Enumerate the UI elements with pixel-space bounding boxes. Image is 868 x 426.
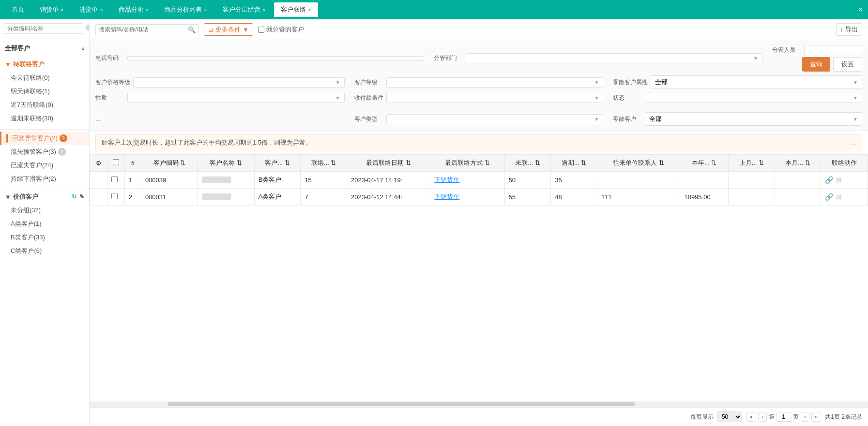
my-customers-checkbox[interactable] bbox=[258, 27, 264, 33]
td-index-2: 2 bbox=[125, 189, 141, 206]
select-all-checkbox[interactable] bbox=[113, 159, 119, 165]
th-last-month[interactable]: 上月... ⇅ bbox=[729, 155, 775, 172]
sidebar-value-customers-header[interactable]: ▼ 价值客户 ↻ ✎ bbox=[0, 190, 89, 204]
link-action-icon-1[interactable]: 🔗 bbox=[825, 176, 833, 184]
nav-tab-product-list-close[interactable]: × bbox=[204, 7, 207, 13]
sidebar-item-overdue[interactable]: 逾期未联络(30) bbox=[0, 112, 89, 125]
sidebar-item-abnormal-repurchase[interactable]: 回购异常客户(2) ? bbox=[0, 132, 89, 145]
value-customers-recalc-icon[interactable]: ↻ bbox=[72, 193, 76, 200]
td-name-1 bbox=[198, 172, 254, 189]
grid-action-icon-1[interactable]: ⊞ bbox=[836, 176, 842, 184]
sidebar-item-7days[interactable]: 近7天待联络(0) bbox=[0, 98, 89, 112]
th-checkbox[interactable] bbox=[107, 155, 125, 172]
sidebar-item-c-class[interactable]: C类客户(6) bbox=[0, 244, 89, 258]
retail-customer-select[interactable]: 全部 ▼ bbox=[645, 112, 862, 126]
nav-tab-customer-segment[interactable]: 客户分层经营 × bbox=[216, 2, 272, 17]
payment-select[interactable]: ▼ bbox=[386, 93, 604, 103]
th-setting[interactable]: ⚙ bbox=[90, 155, 107, 172]
th-code[interactable]: 客户编码 ⇅ bbox=[141, 155, 198, 172]
th-overdue[interactable]: 逾期... ⇅ bbox=[551, 155, 597, 172]
sidebar-item-unclassified[interactable]: 未分组(32) bbox=[0, 204, 89, 217]
sidebar-item-continuous-down[interactable]: 持续下滑客户(2) bbox=[0, 172, 89, 186]
current-page-input[interactable] bbox=[777, 412, 791, 422]
th-last-contact-method[interactable]: 最后联络方式 ⇅ bbox=[430, 155, 504, 172]
filter-phone-row: 电话号码 bbox=[95, 45, 424, 72]
setting-btn[interactable]: 设置 bbox=[833, 57, 862, 72]
retail-attr-select[interactable]: 全部 ▼ bbox=[651, 75, 862, 89]
nav-tab-product-list[interactable]: 商品分析列表 × bbox=[157, 2, 213, 17]
page-size-select[interactable]: 50 20 100 bbox=[717, 411, 742, 422]
sidebar-search-input[interactable] bbox=[4, 23, 83, 34]
td-uncontacted-2: 55 bbox=[504, 189, 551, 206]
sidebar-search-icon[interactable]: 🔍 bbox=[85, 25, 90, 32]
sidebar-all-customers-header[interactable]: 全部客户 « bbox=[0, 41, 89, 56]
row-checkbox-1[interactable] bbox=[111, 176, 118, 182]
sidebar-item-b-class[interactable]: B类客户(33) bbox=[0, 231, 89, 244]
lost-prediction-help-icon[interactable]: ? bbox=[58, 148, 66, 156]
branch-dept-select[interactable]: ▼ bbox=[466, 53, 762, 63]
grid-action-icon-2[interactable]: ⊞ bbox=[836, 193, 842, 201]
sidebar-item-a-class[interactable]: A类客户(1) bbox=[0, 217, 89, 231]
nav-tab-product-analysis-close[interactable]: × bbox=[146, 7, 149, 13]
th-last-contact-date[interactable]: 最后联络日期 ⇅ bbox=[347, 155, 430, 172]
search-icon[interactable]: 🔍 bbox=[188, 26, 196, 33]
nav-tab-customer-segment-close[interactable]: × bbox=[262, 7, 265, 13]
abnormal-repurchase-help-icon[interactable]: ? bbox=[60, 134, 67, 142]
nav-tab-home[interactable]: 首页 bbox=[5, 2, 31, 17]
row-checkbox-2[interactable] bbox=[111, 193, 118, 199]
sidebar-pending-contact-title[interactable]: ▼ 待联络客户 bbox=[0, 58, 89, 71]
th-contacts[interactable]: 往来单位联系人 ⇅ bbox=[597, 155, 680, 172]
sidebar-item-already-lost[interactable]: 已流失客户(24) bbox=[0, 159, 89, 172]
phone-label: 电话号码 bbox=[95, 54, 124, 62]
search-input[interactable] bbox=[99, 26, 186, 33]
content-area: 🔍 ⊿ 更多条件 ▼ 我分管的客户 ↑ 导出 电话号码 bbox=[90, 19, 868, 426]
nav-tab-sales[interactable]: 销货单 × bbox=[33, 2, 70, 17]
page-label-post: 页 bbox=[793, 413, 799, 421]
th-contact-count[interactable]: 联络... ⇅ bbox=[301, 155, 347, 172]
next-page-btn[interactable]: › bbox=[801, 412, 809, 422]
first-page-btn[interactable]: « bbox=[746, 412, 756, 422]
th-level[interactable]: 客户... ⇅ bbox=[254, 155, 301, 172]
prev-page-btn[interactable]: ‹ bbox=[758, 412, 767, 422]
td-last-month-2 bbox=[729, 189, 775, 206]
filter-status-row: 状态 ▼ bbox=[613, 93, 862, 103]
nav-tab-purchase[interactable]: 进货单 × bbox=[72, 2, 109, 17]
last-page-btn[interactable]: » bbox=[811, 412, 822, 422]
th-this-month[interactable]: 本月... ⇅ bbox=[775, 155, 821, 172]
td-actions-1: 🔗 ⊞ bbox=[821, 172, 868, 189]
phone-select[interactable] bbox=[127, 56, 424, 61]
sidebar-collapse-icon: « bbox=[81, 45, 84, 51]
query-btn[interactable]: 查询 bbox=[802, 57, 830, 72]
gender-select[interactable]: ▼ bbox=[127, 93, 345, 103]
value-customers-edit-icon[interactable]: ✎ bbox=[79, 193, 84, 200]
td-checkbox-2[interactable] bbox=[107, 189, 125, 206]
customer-type-select[interactable]: ▼ bbox=[386, 114, 604, 124]
customer-level-select[interactable]: ▼ bbox=[386, 77, 604, 88]
more-conditions-btn[interactable]: ⊿ 更多条件 ▼ bbox=[204, 23, 253, 36]
nav-tab-customer-contact-close[interactable]: × bbox=[308, 7, 311, 13]
tooltip-more-btn[interactable]: ... bbox=[851, 139, 856, 147]
branch-person-select[interactable]: ··· bbox=[804, 45, 862, 55]
window-close-btn[interactable]: × bbox=[858, 5, 863, 15]
th-name[interactable]: 客户名称 ⇅ bbox=[198, 155, 254, 172]
th-this-year[interactable]: 本年... ⇅ bbox=[680, 155, 729, 172]
td-checkbox-1[interactable] bbox=[107, 172, 125, 189]
nav-tab-purchase-close[interactable]: × bbox=[100, 7, 103, 13]
price-level-select[interactable]: ▼ bbox=[133, 77, 345, 88]
td-last-contact-date-1: 2023-04-17 14:19: bbox=[347, 172, 430, 189]
status-select[interactable]: ▼ bbox=[645, 93, 862, 103]
horizontal-scrollbar[interactable] bbox=[90, 401, 868, 407]
more-filter-btn[interactable]: ... bbox=[95, 116, 100, 122]
scroll-thumb[interactable] bbox=[168, 402, 635, 406]
nav-tab-sales-close[interactable]: × bbox=[61, 7, 63, 13]
link-action-icon-2[interactable]: 🔗 bbox=[825, 193, 833, 201]
export-btn[interactable]: ↑ 导出 bbox=[836, 23, 863, 36]
sidebar-item-today[interactable]: 今天待联络(0) bbox=[0, 71, 89, 85]
sidebar-item-tomorrow[interactable]: 明天待联络(1) bbox=[0, 85, 89, 98]
nav-tab-customer-contact[interactable]: 客户联络 × bbox=[274, 2, 318, 17]
th-uncontacted[interactable]: 未联... ⇅ bbox=[504, 155, 551, 172]
nav-tab-product-analysis[interactable]: 商品分析 × bbox=[112, 2, 155, 17]
sidebar-item-lost-prediction[interactable]: 流失预警客户(3) ? bbox=[0, 145, 89, 159]
td-last-contact-method-1[interactable]: 下销货单 bbox=[430, 172, 504, 189]
td-last-contact-method-2[interactable]: 下销货单 bbox=[430, 189, 504, 206]
